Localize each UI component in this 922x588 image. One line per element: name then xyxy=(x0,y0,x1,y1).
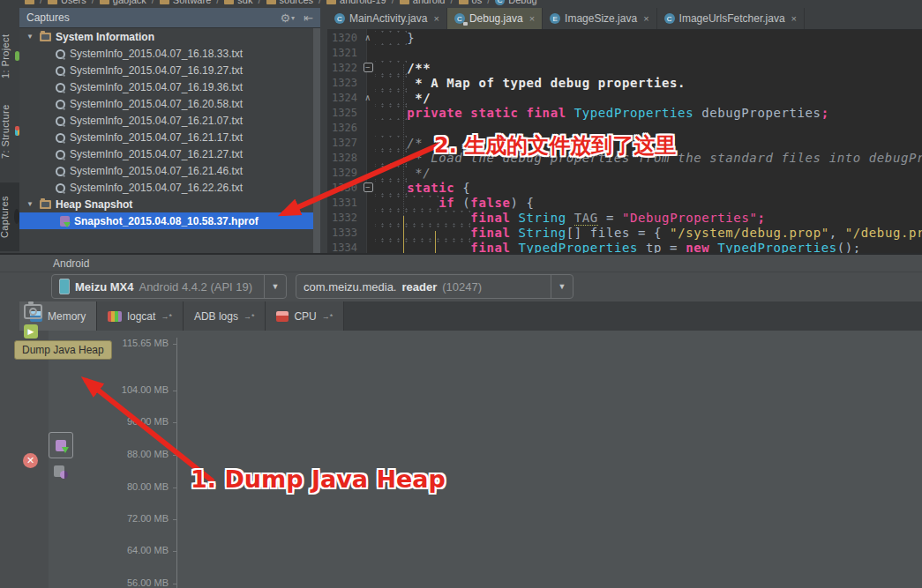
breadcrumb-item[interactable]: CDebug xyxy=(495,0,536,5)
stripe-button-project[interactable]: 1: Project xyxy=(0,20,19,93)
monitor-tab-logcat[interactable]: logcat→* xyxy=(97,301,184,331)
close-icon[interactable]: × xyxy=(791,13,797,24)
capture-file-row[interactable]: SystemInfo_2015.04.07_16.21.27.txt xyxy=(19,145,320,162)
chart-y-label: 72.00 MB xyxy=(94,513,169,524)
code-token: } xyxy=(407,31,415,45)
breadcrumb-separator: / xyxy=(487,0,490,5)
breadcrumb-item[interactable]: sdk xyxy=(224,0,252,5)
device-os: Android 4.4.2 (API 19) xyxy=(139,280,252,294)
expand-arrow-icon[interactable]: ▼ xyxy=(26,33,35,41)
sysinfo-file-icon xyxy=(55,166,65,176)
editor-tab-mainactivity-java[interactable]: CMainActivity.java× xyxy=(327,8,447,29)
tooltip: Dump Java Heap xyxy=(14,340,112,360)
breadcrumb-separator: / xyxy=(450,0,453,5)
fold-icon[interactable]: − xyxy=(364,63,373,72)
panel-title: Android xyxy=(53,257,89,270)
capture-file-row[interactable]: SystemInfo_2015.04.07_16.21.07.txt xyxy=(19,112,320,129)
capture-group-row[interactable]: ▼Heap Snapshot xyxy=(19,196,320,212)
expand-arrow-icon[interactable]: ▼ xyxy=(26,200,35,208)
captures-scrollbar[interactable] xyxy=(313,28,320,253)
settings-button[interactable]: ⚙ ▾ xyxy=(280,11,295,25)
allocation-tracker-button[interactable] xyxy=(50,461,68,480)
class-icon: C xyxy=(664,13,675,24)
capture-file-row[interactable]: SystemInfo_2015.04.07_16.22.26.txt xyxy=(19,179,320,196)
stripe-label: Captures xyxy=(0,196,10,238)
capture-file-row[interactable]: SystemInfo_2015.04.07_16.19.36.txt xyxy=(19,78,320,95)
terminate-button[interactable]: ✕ xyxy=(23,453,38,468)
code-line: 1332 final String TAG = "DebugProperties… xyxy=(327,210,922,225)
fold-icon[interactable]: ∧ xyxy=(361,93,375,102)
dump-java-heap-button[interactable] xyxy=(49,432,73,458)
editor-tab-bar: CMainActivity.java×CDebug.java×EImageSiz… xyxy=(327,8,922,30)
capture-file-row[interactable]: SystemInfo_2015.04.07_16.21.17.txt xyxy=(19,129,320,145)
code-token: new xyxy=(686,241,717,254)
breadcrumb-item[interactable]: android xyxy=(400,0,446,5)
editor-tab-imageurlsfetcher-java[interactable]: CImageUrlsFetcher.java× xyxy=(657,8,805,29)
captures-tree[interactable]: ▼System InformationSystemInfo_2015.04.07… xyxy=(19,28,320,253)
cpu-tab-icon xyxy=(276,311,289,322)
sysinfo-file-icon xyxy=(55,132,65,143)
breadcrumb-item[interactable] xyxy=(25,0,34,4)
code-text: */ xyxy=(375,166,922,180)
process-selector[interactable]: com.meizu.media.reader (10247) ▼ xyxy=(296,274,573,299)
capture-file-name: SystemInfo_2015.04.07_16.21.46.txt xyxy=(70,165,243,177)
close-icon[interactable]: × xyxy=(433,13,439,24)
chart-tick xyxy=(173,344,177,345)
breadcrumb-label: Debug xyxy=(508,0,536,5)
stripe-label: 1: Project xyxy=(0,34,11,78)
editor-tab-debug-java[interactable]: CDebug.java× xyxy=(447,8,543,29)
code-token: ; xyxy=(757,211,765,225)
monitor-tab-cpu[interactable]: CPU→* xyxy=(266,301,344,331)
code-text: if (false) { xyxy=(375,196,922,210)
gear-icon: ⚙ xyxy=(280,11,290,25)
stripe-button-structure[interactable]: 7: Structure xyxy=(0,89,19,174)
hide-panel-button[interactable]: ⇤ xyxy=(304,11,313,25)
editor-tab-imagesize-java[interactable]: EImageSize.java× xyxy=(543,8,656,29)
chart-y-label: 80.00 MB xyxy=(94,481,169,492)
code-token: if xyxy=(439,196,454,210)
line-number: 1321 xyxy=(327,47,361,59)
close-icon[interactable]: × xyxy=(529,13,535,24)
breadcrumb-item[interactable]: sources xyxy=(266,0,314,5)
capture-file-name: Snapshot_2015.04.08_10.58.37.hprof xyxy=(74,215,259,227)
dropdown-arrow-icon[interactable]: ▼ xyxy=(551,275,573,298)
capture-file-row[interactable]: SystemInfo_2015.04.07_16.21.46.txt xyxy=(19,162,320,179)
sysinfo-file-icon xyxy=(55,48,65,59)
code-text: final String TAG = "DebugProperties"; xyxy=(375,211,922,225)
screen-record-button[interactable]: ▶ xyxy=(24,324,38,339)
captures-header: Captures ⚙ ▾ ⇤ xyxy=(19,8,320,28)
monitor-toolbar: ▶ ✕ xyxy=(19,331,49,588)
breadcrumb-item[interactable]: android-19 xyxy=(326,0,386,5)
code-text: private static final TypedProperties deb… xyxy=(375,106,922,120)
code-token xyxy=(375,76,407,90)
monitor-tab-adb-logs[interactable]: ADB logs→* xyxy=(184,301,266,331)
screenshot-button[interactable] xyxy=(24,304,42,319)
code-editor[interactable]: 1320∧ }13211322− /**1323 * A Map of type… xyxy=(327,29,922,253)
fold-icon[interactable]: − xyxy=(361,182,375,192)
sysinfo-file-icon xyxy=(55,99,65,109)
breadcrumb-item[interactable]: Users xyxy=(48,0,86,5)
capture-file-row[interactable]: SystemInfo_2015.04.07_16.20.58.txt xyxy=(19,95,320,112)
capture-file-row[interactable]: SystemInfo_2015.04.07_16.18.33.txt xyxy=(19,45,320,62)
breadcrumb-item[interactable]: Software xyxy=(160,0,211,5)
fold-icon[interactable]: ∧ xyxy=(361,33,375,42)
chart-y-label: 104.00 MB xyxy=(94,384,169,395)
dropdown-arrow-icon[interactable]: ▼ xyxy=(264,275,286,298)
code-line: 1334 final TypedProperties tp = new Type… xyxy=(327,240,922,253)
device-selector[interactable]: Meizu MX4 Android 4.4.2 (API 19) ▼ xyxy=(51,274,287,299)
breadcrumb-item[interactable]: gaojack xyxy=(100,0,146,5)
lock-icon xyxy=(463,22,468,26)
stripe-button-captures[interactable]: Captures xyxy=(0,182,19,251)
close-icon[interactable]: × xyxy=(643,13,648,24)
capture-group-row[interactable]: ▼System Information xyxy=(19,28,320,45)
fold-icon[interactable]: − xyxy=(364,182,373,192)
folder-icon xyxy=(25,0,34,4)
capture-file-row[interactable]: SystemInfo_2015.04.07_16.19.27.txt xyxy=(19,62,320,78)
code-token xyxy=(375,211,470,225)
fold-icon[interactable]: − xyxy=(361,63,375,72)
code-token: (); xyxy=(837,241,861,254)
folder-icon xyxy=(40,33,51,41)
logcat-tab-icon xyxy=(108,311,122,322)
capture-file-row[interactable]: Snapshot_2015.04.08_10.58.37.hprof xyxy=(19,212,320,229)
breadcrumb-item[interactable]: os xyxy=(459,0,483,5)
